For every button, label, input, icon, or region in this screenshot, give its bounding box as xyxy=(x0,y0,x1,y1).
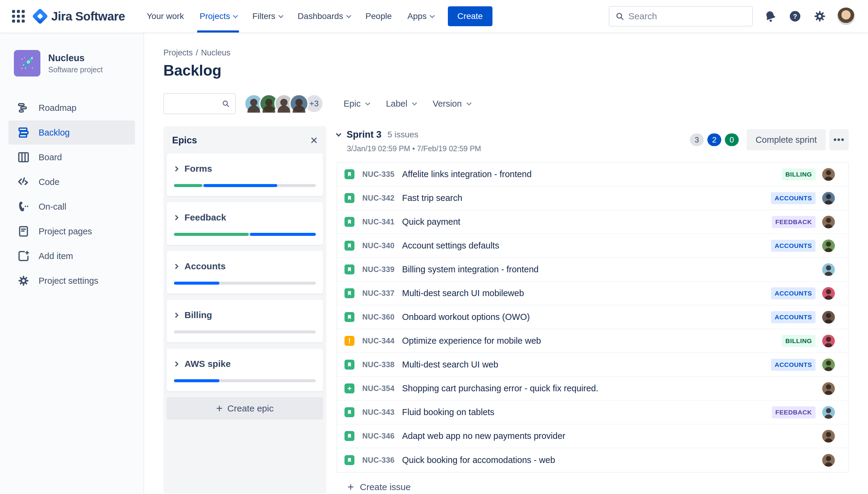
nav-dashboards[interactable]: Dashboards xyxy=(291,0,356,33)
user-avatar[interactable] xyxy=(837,7,855,25)
primary-nav: Your work Projects Filters Dashboards Pe… xyxy=(140,0,440,33)
sidebar-item-backlog[interactable]: Backlog xyxy=(8,120,135,145)
issue-row[interactable]: NUC-346 Adapt web app no new payments pr… xyxy=(337,424,848,448)
version-filter-dropdown[interactable]: Version xyxy=(432,99,470,109)
nav-filters[interactable]: Filters xyxy=(246,0,289,33)
assignee-avatar[interactable] xyxy=(289,94,309,113)
epic-card-forms[interactable]: Forms xyxy=(167,153,323,196)
jira-mark-icon xyxy=(33,10,47,23)
global-search-input[interactable] xyxy=(628,11,746,21)
create-button[interactable]: Create xyxy=(448,6,493,26)
sprint-header-left: Sprint 3 5 issues 3/Jan/19 02:59 PM • 7/… xyxy=(337,129,481,153)
sidebar-item-board[interactable]: Board xyxy=(8,145,135,169)
label-chip[interactable]: FEEDBACK xyxy=(772,406,816,418)
issue-row[interactable]: NUC-341 Quick payment FEEDBACK xyxy=(337,210,848,234)
complete-sprint-button[interactable]: Complete sprint xyxy=(746,129,826,150)
project-header[interactable]: Nucleus Software project xyxy=(0,50,144,77)
project-name: Nucleus xyxy=(48,53,103,63)
chevron-down-icon[interactable] xyxy=(336,131,341,136)
assignee-avatar[interactable] xyxy=(822,335,835,347)
chevron-right-icon[interactable] xyxy=(173,264,179,269)
epic-filter-dropdown[interactable]: Epic xyxy=(344,99,369,109)
chevron-right-icon[interactable] xyxy=(173,312,179,318)
create-issue-button[interactable]: + Create issue xyxy=(337,473,849,493)
epic-progress-bar xyxy=(174,282,316,285)
label-chip[interactable]: BILLING xyxy=(782,168,816,180)
notifications-bell-icon[interactable] xyxy=(763,9,778,23)
chevron-down-icon xyxy=(412,100,417,106)
jira-logo[interactable]: Jira Software xyxy=(33,10,125,23)
create-epic-button[interactable]: + Create epic xyxy=(167,397,323,420)
epic-card-aws-spike[interactable]: AWS spike xyxy=(167,348,323,391)
backlog-search-input[interactable] xyxy=(169,99,222,109)
sidebar-item-code[interactable]: Code xyxy=(8,170,135,194)
issue-row[interactable]: ! NUC-344 Optimize experience for mobile… xyxy=(337,329,848,353)
assignee-avatar[interactable] xyxy=(822,454,835,467)
assignee-avatar[interactable] xyxy=(822,382,835,395)
global-search[interactable] xyxy=(609,6,753,26)
issue-row[interactable]: NUC-340 Account settings defaults ACCOUN… xyxy=(337,234,848,258)
label-chip[interactable]: ACCOUNTS xyxy=(771,192,816,204)
issue-row[interactable]: NUC-336 Quick booking for accomodations … xyxy=(337,448,848,472)
chevron-down-icon xyxy=(365,100,370,106)
label-chip[interactable]: BILLING xyxy=(782,335,816,347)
label-chip[interactable]: ACCOUNTS xyxy=(771,311,816,323)
close-icon[interactable]: × xyxy=(310,134,318,147)
settings-gear-icon[interactable] xyxy=(813,9,827,23)
assignee-avatar[interactable] xyxy=(822,263,835,276)
sidebar-item-project-settings[interactable]: Project settings xyxy=(8,269,135,293)
assignee-avatar[interactable] xyxy=(822,406,835,419)
breadcrumb-nucleus[interactable]: Nucleus xyxy=(201,48,230,58)
sidebar-item-project-pages[interactable]: Project pages xyxy=(8,219,135,243)
label-chip[interactable]: ACCOUNTS xyxy=(771,287,816,299)
issue-row[interactable]: NUC-360 Onboard workout options (OWO) AC… xyxy=(337,305,848,329)
assignee-avatar[interactable] xyxy=(822,430,835,442)
nav-your-work[interactable]: Your work xyxy=(140,0,190,33)
label-chip[interactable]: ACCOUNTS xyxy=(771,359,816,371)
issue-row[interactable]: NUC-342 Fast trip search ACCOUNTS xyxy=(337,187,848,210)
sidebar-item-add-item[interactable]: Add item xyxy=(8,244,135,268)
label-chip[interactable]: ACCOUNTS xyxy=(771,240,816,252)
assignee-avatar[interactable] xyxy=(822,287,835,300)
story-icon xyxy=(345,360,354,369)
issue-row[interactable]: NUC-338 Multi-dest search UI web ACCOUNT… xyxy=(337,353,848,377)
code-icon xyxy=(17,175,30,189)
epic-card-feedback[interactable]: Feedback xyxy=(167,202,323,245)
chevron-right-icon[interactable] xyxy=(173,166,179,171)
nav-people[interactable]: People xyxy=(359,0,399,33)
sidebar-item-roadmap[interactable]: Roadmap xyxy=(8,96,135,120)
issue-row[interactable]: NUC-343 Fluid booking on tablets FEEDBAC… xyxy=(337,401,848,424)
search-icon xyxy=(615,12,624,21)
epic-card-accounts[interactable]: Accounts xyxy=(167,251,323,294)
chevron-right-icon[interactable] xyxy=(173,215,179,220)
assignee-avatar[interactable] xyxy=(822,192,835,205)
breadcrumb-projects[interactable]: Projects xyxy=(163,48,193,58)
chevron-right-icon[interactable] xyxy=(173,361,179,366)
issue-row[interactable]: NUC-335 Affelite links integration - fro… xyxy=(337,163,848,187)
issue-row[interactable]: + NUC-354 Shopping cart purchasing error… xyxy=(337,377,848,401)
project-sidebar: Nucleus Software project Roadmap Backlog… xyxy=(0,33,144,493)
story-icon xyxy=(345,288,354,298)
sidebar-item-on-call[interactable]: On-call xyxy=(8,195,135,219)
nav-projects[interactable]: Projects xyxy=(193,0,243,33)
sprint-name[interactable]: Sprint 3 xyxy=(347,129,381,140)
label-filter-dropdown[interactable]: Label xyxy=(386,99,415,109)
issue-row[interactable]: NUC-337 Multi-dest search UI mobileweb A… xyxy=(337,282,848,305)
assignee-avatar[interactable] xyxy=(822,168,835,181)
assignee-avatar[interactable] xyxy=(822,358,835,371)
label-chip[interactable]: FEEDBACK xyxy=(772,216,816,228)
sprint-header: Sprint 3 5 issues 3/Jan/19 02:59 PM • 7/… xyxy=(337,126,849,154)
nav-apps[interactable]: Apps xyxy=(401,0,440,33)
sprint-more-button[interactable]: ••• xyxy=(829,129,849,150)
epic-card-billing[interactable]: Billing xyxy=(167,300,323,342)
assignee-avatar[interactable] xyxy=(822,216,835,228)
app-switcher-icon[interactable] xyxy=(12,10,25,23)
assignee-avatar[interactable] xyxy=(822,311,835,324)
backlog-search[interactable] xyxy=(163,93,236,114)
help-icon[interactable]: ? xyxy=(788,9,802,23)
page-title: Backlog xyxy=(163,62,849,79)
assignee-avatar[interactable] xyxy=(822,240,835,252)
issue-row[interactable]: NUC-339 Billing system integration - fro… xyxy=(337,258,848,282)
breadcrumb-separator: / xyxy=(196,48,198,58)
project-avatar-rocket-icon xyxy=(14,50,40,77)
